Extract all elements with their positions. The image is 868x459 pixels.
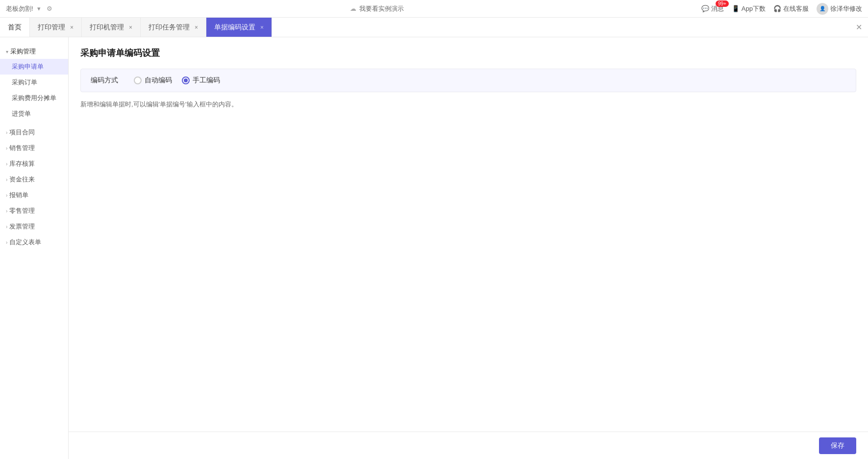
radio-group: 自动编码 手工编码 xyxy=(134,76,220,85)
app-download-btn[interactable]: 📱 App下数 xyxy=(732,4,766,13)
message-btn[interactable]: 💬 消息 99+ xyxy=(701,4,724,13)
sidebar-item-purchase-request-label: 采购申请单 xyxy=(12,62,44,71)
demo-area[interactable]: ☁ 我要看实例演示 xyxy=(350,4,404,13)
content-footer: 保存 xyxy=(69,432,868,459)
content-main: 采购申请单编码设置 编码方式 自动编码 手工编码 新增和编辑单据时,可以编辑'单… xyxy=(69,37,868,432)
tab-print-mgmt-label: 打印管理 xyxy=(38,23,65,32)
chevron-right-icon-4: › xyxy=(6,177,7,182)
online-service-btn[interactable]: 🎧 在线客服 xyxy=(773,4,809,13)
sidebar-group-invoice-label: 发票管理 xyxy=(9,222,35,231)
sidebar-item-purchase-expense-label: 采购费用分摊单 xyxy=(12,94,56,102)
radio-auto-circle xyxy=(134,76,142,84)
tab-print-task[interactable]: 打印任务管理 × xyxy=(141,18,206,37)
tab-printer-mgmt-close[interactable]: × xyxy=(129,24,132,31)
sidebar-item-stock-in-label: 进货单 xyxy=(12,109,31,118)
manual-code-label: 手工编码 xyxy=(193,76,220,85)
tab-single-code-close[interactable]: × xyxy=(260,24,264,31)
chevron-right-icon-2: › xyxy=(6,146,7,151)
online-service-label: 在线客服 xyxy=(783,4,809,13)
sidebar-item-purchase-order[interactable]: 采购订单 xyxy=(0,75,68,90)
info-text: 新增和编辑单据时,可以编辑'单据编号'输入框中的内容。 xyxy=(80,100,856,109)
chevron-right-icon-6: › xyxy=(6,208,7,214)
cloud-icon: ☁ xyxy=(350,5,356,12)
sidebar-group-sales[interactable]: › 销售管理 xyxy=(0,140,68,156)
tab-print-mgmt-close[interactable]: × xyxy=(70,24,74,31)
sidebar-group-custom-form[interactable]: › 自定义表单 xyxy=(0,234,68,250)
sidebar-group-finance-label: 资金往来 xyxy=(9,175,35,184)
tab-print-task-label: 打印任务管理 xyxy=(149,23,190,32)
chevron-down-icon: ▾ xyxy=(6,49,8,54)
window-close-btn[interactable]: ✕ xyxy=(856,23,862,32)
top-right-area: 💬 消息 99+ 📱 App下数 🎧 在线客服 👤 徐泽华修改 xyxy=(701,3,862,15)
user-name: 徐泽华修改 xyxy=(830,4,862,13)
brand-area: 老板勿割! ▾ ⚙ xyxy=(6,4,52,13)
message-badge: 99+ xyxy=(716,0,729,7)
sidebar-group-purchase-label: 采购管理 xyxy=(10,47,36,56)
sidebar-group-retail-label: 零售管理 xyxy=(9,206,35,215)
save-button[interactable]: 保存 xyxy=(819,437,856,454)
sidebar-group-invoice[interactable]: › 发票管理 xyxy=(0,219,68,234)
sidebar-group-expense-label: 报销单 xyxy=(9,191,28,200)
sidebar-group-project[interactable]: › 项目合同 xyxy=(0,125,68,140)
encoding-section: 编码方式 自动编码 手工编码 xyxy=(80,69,856,92)
app-download-label: App下数 xyxy=(742,4,766,13)
encoding-method-label: 编码方式 xyxy=(91,76,118,85)
radio-manual-code[interactable]: 手工编码 xyxy=(182,76,220,85)
settings-icon[interactable]: ⚙ xyxy=(47,5,52,12)
dropdown-icon[interactable]: ▾ xyxy=(37,5,41,12)
sidebar-group-inventory-label: 库存核算 xyxy=(9,159,35,168)
chevron-right-icon-8: › xyxy=(6,240,7,245)
main-layout: ▾ 采购管理 采购申请单 采购订单 采购费用分摊单 进货单 › 项目合同 › 销… xyxy=(0,37,868,459)
radio-manual-circle xyxy=(182,76,190,84)
chevron-right-icon-7: › xyxy=(6,224,7,230)
content-area: 采购申请单编码设置 编码方式 自动编码 手工编码 新增和编辑单据时,可以编辑'单… xyxy=(69,37,868,459)
tab-single-code[interactable]: 单据编码设置 × xyxy=(206,18,272,37)
sidebar-item-purchase-order-label: 采购订单 xyxy=(12,78,37,87)
avatar: 👤 xyxy=(817,3,828,15)
sidebar-group-purchase[interactable]: ▾ 采购管理 xyxy=(0,44,68,59)
user-area[interactable]: 👤 徐泽华修改 xyxy=(817,3,862,15)
sidebar-group-custom-form-label: 自定义表单 xyxy=(9,238,41,247)
tab-printer-mgmt-label: 打印机管理 xyxy=(90,23,124,32)
tab-print-mgmt[interactable]: 打印管理 × xyxy=(30,18,82,37)
chevron-right-icon-3: › xyxy=(6,161,7,167)
sidebar-group-retail[interactable]: › 零售管理 xyxy=(0,203,68,219)
headset-icon: 🎧 xyxy=(773,5,781,12)
tab-printer-mgmt[interactable]: 打印机管理 × xyxy=(82,18,141,37)
tab-home-label: 首页 xyxy=(8,23,22,32)
sidebar-group-project-label: 项目合同 xyxy=(9,128,35,137)
sidebar-item-purchase-expense[interactable]: 采购费用分摊单 xyxy=(0,90,68,106)
demo-text: 我要看实例演示 xyxy=(359,4,404,13)
chevron-right-icon-5: › xyxy=(6,193,7,198)
sidebar-group-finance[interactable]: › 资金往来 xyxy=(0,172,68,187)
page-title: 采购申请单编码设置 xyxy=(80,47,856,59)
sidebar-group-expense[interactable]: › 报销单 xyxy=(0,187,68,203)
sidebar-section-purchase: ▾ 采购管理 采购申请单 采购订单 采购费用分摊单 进货单 xyxy=(0,41,68,125)
sidebar-item-purchase-request[interactable]: 采购申请单 xyxy=(0,59,68,75)
message-icon: 💬 xyxy=(701,5,709,12)
top-bar: 老板勿割! ▾ ⚙ ☁ 我要看实例演示 💬 消息 99+ 📱 App下数 🎧 在… xyxy=(0,0,868,18)
brand-text: 老板勿割! xyxy=(6,4,33,13)
chevron-right-icon: › xyxy=(6,130,7,135)
sidebar: ▾ 采购管理 采购申请单 采购订单 采购费用分摊单 进货单 › 项目合同 › 销… xyxy=(0,37,69,459)
tab-single-code-label: 单据编码设置 xyxy=(214,23,255,32)
sidebar-item-stock-in[interactable]: 进货单 xyxy=(0,106,68,122)
radio-auto-code[interactable]: 自动编码 xyxy=(134,76,172,85)
tab-bar-end: ✕ xyxy=(856,18,868,37)
tab-print-task-close[interactable]: × xyxy=(195,24,198,31)
app-icon: 📱 xyxy=(732,5,740,12)
sidebar-group-inventory[interactable]: › 库存核算 xyxy=(0,156,68,172)
sidebar-group-sales-label: 销售管理 xyxy=(9,144,35,153)
tab-bar: 首页 打印管理 × 打印机管理 × 打印任务管理 × 单据编码设置 × ✕ xyxy=(0,18,868,37)
tab-home[interactable]: 首页 xyxy=(0,18,30,37)
auto-code-label: 自动编码 xyxy=(145,76,172,85)
